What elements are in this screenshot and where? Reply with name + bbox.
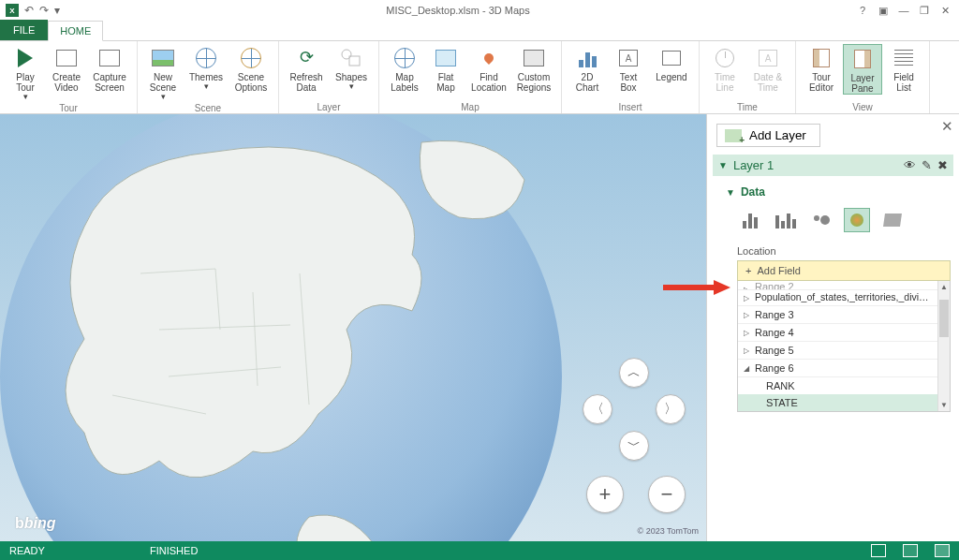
refresh-icon: ⟳ [300,49,314,67]
layer-header[interactable]: ▼ Layer 1 👁 ✎ ✖ [713,155,953,176]
close-button[interactable]: ✕ [938,4,952,17]
text-box-button[interactable]: AText Box [609,44,648,93]
group-insert-label: Insert [618,101,642,112]
app-icon: X [6,4,19,17]
field-range5[interactable]: ▷Range 5 [738,342,937,360]
data-section-header[interactable]: ▼Data [726,182,953,206]
height-field-row[interactable]: Height [724,426,930,445]
restore-button[interactable]: ❐ [918,4,931,17]
status-view1-icon[interactable] [871,544,886,557]
gear-globe-icon [241,48,261,68]
scene-icon [152,50,174,66]
capture-screen-button[interactable]: Capture Screen [88,44,131,102]
group-tour-label: Tour [59,102,77,113]
viz-stacked-column[interactable] [737,208,763,232]
layer-pane-button[interactable]: Layer Pane [843,44,882,95]
help-button[interactable]: ? [856,4,869,17]
field-range6[interactable]: ◢Range 6 [738,360,937,377]
field-range2[interactable]: ▷Range 2 [738,281,937,290]
textbox-icon: A [619,50,638,66]
zoom-out-button[interactable]: − [648,476,686,513]
scroll-up-icon[interactable]: ▲ [938,281,950,293]
annotation-arrow [663,280,730,295]
zoom-in-button[interactable]: + [586,476,624,513]
status-bar: READY FINISHED [0,541,959,560]
nav-pad: ︿ 〈 〉 ﹀ [583,358,686,461]
layer-name: Layer 1 [733,158,774,172]
group-view-label: View [852,101,873,112]
refresh-data-button[interactable]: ⟳Refresh Data [285,44,328,93]
pane-close-button[interactable]: ✕ [941,118,953,135]
chart-icon [579,49,597,67]
ribbon-options-button[interactable]: ▣ [877,4,890,17]
viz-region[interactable] [879,208,906,232]
layerpane-icon [854,50,871,68]
field-population[interactable]: ▷Population_of_states,_territories,_divi… [738,290,937,306]
minimize-button[interactable]: — [897,4,910,17]
regions-icon [524,50,544,66]
ribbon: Play Tour▾ Create Video Capture Screen T… [0,41,959,114]
pan-up-button[interactable]: ︿ [619,358,649,388]
title-bar: X ↶ ↷ ▾ MISC_Desktop.xlsm - 3D Maps ? ▣ … [0,0,959,21]
plus-icon: + [745,265,751,276]
find-location-button[interactable]: Find Location [467,44,510,93]
viz-clustered-column[interactable] [773,208,799,232]
scroll-thumb[interactable] [939,300,949,337]
flat-map-button[interactable]: Flat Map [426,44,465,93]
group-scene-label: Scene [195,102,221,113]
workspace: bbing © 2023 TomTom ︿ 〈 〉 ﹀ + − ✕ Add La… [0,114,959,541]
group-view: Tour Editor Layer Pane Field List View [796,41,930,113]
pan-left-button[interactable]: 〈 [583,394,612,424]
layer-rename-icon[interactable]: ✎ [922,158,932,172]
category-field-row[interactable]: Category [724,450,930,469]
legend-icon [662,51,681,66]
tour-editor-button[interactable]: Tour Editor [802,44,841,95]
tab-file[interactable]: FILE [0,20,48,40]
create-video-button[interactable]: Create Video [47,44,86,102]
viz-bubble[interactable] [808,208,834,232]
map-view[interactable]: bbing © 2023 TomTom ︿ 〈 〉 ﹀ + − [0,114,706,541]
add-field-button[interactable]: +Add Field [737,260,951,281]
field-scrollbar[interactable]: ▲ ▼ [937,281,950,411]
datetime-button[interactable]: ADate & Time [746,44,789,93]
status-view2-icon[interactable] [903,544,918,557]
editor-icon [813,49,830,67]
group-map-label: Map [461,101,479,112]
viz-heatmap[interactable] [844,208,870,232]
ribbon-tabs: FILE HOME [0,21,959,41]
svg-rect-1 [349,56,360,66]
tab-home[interactable]: HOME [48,21,103,41]
pan-right-button[interactable]: 〉 [656,394,686,424]
field-state[interactable]: STATE [738,394,937,411]
redo-button[interactable]: ↷ [39,4,49,17]
scroll-down-icon[interactable]: ▼ [938,399,950,411]
custom-regions-button[interactable]: Custom Regions [512,44,555,93]
2d-chart-button[interactable]: 2D Chart [568,44,607,93]
scene-options-button[interactable]: Scene Options [229,44,273,102]
shapes-button[interactable]: Shapes ▾ [330,44,373,93]
undo-button[interactable]: ↶ [24,4,34,17]
field-rank[interactable]: RANK [738,377,937,394]
play-icon [18,49,33,67]
field-range3[interactable]: ▷Range 3 [738,306,937,324]
layer-visible-icon[interactable]: 👁 [904,158,916,172]
play-tour-button[interactable]: Play Tour▾ [6,44,45,102]
pan-down-button[interactable]: ﹀ [619,431,649,461]
pin-icon [482,52,495,65]
field-range4[interactable]: ▷Range 4 [738,324,937,342]
map-labels-button[interactable]: Map Labels [385,44,424,93]
fieldlist-icon [894,50,913,66]
timeline-button[interactable]: Time Line [705,44,745,93]
themes-button[interactable]: Themes ▾ [184,44,228,102]
viz-type-row [726,206,953,243]
status-view3-icon[interactable] [935,544,950,557]
new-scene-button[interactable]: New Scene▾ [143,44,183,102]
status-finished: FINISHED [150,545,871,556]
window-title: MISC_Desktop.xlsm - 3D Maps [60,5,856,16]
globe-icon [196,48,216,68]
add-layer-button[interactable]: Add Layer [716,124,820,147]
field-list-button[interactable]: Field List [884,44,923,95]
legend-button[interactable]: Legend [650,44,693,93]
layer-delete-icon[interactable]: ✖ [937,158,948,172]
map-attribution: © 2023 TomTom [638,526,700,536]
